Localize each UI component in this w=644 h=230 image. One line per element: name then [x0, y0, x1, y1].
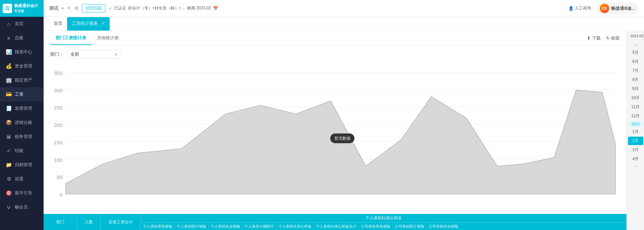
refresh-label: 刷新	[611, 35, 620, 41]
sidebar-item-label: 设置	[15, 176, 23, 182]
sidebar-item-funds[interactable]: 💰 资金管理	[0, 59, 44, 73]
refresh-button[interactable]: ↻ 刷新	[606, 35, 620, 41]
sidebar-item-newguide[interactable]: 🎯 新手引导	[0, 186, 44, 200]
th-sub-3: 个人承担大额医疗	[243, 223, 276, 230]
logo-text: 畅捷通好会计	[14, 3, 38, 9]
th-sub-5: 个人承担社保公积金合计	[314, 223, 359, 230]
user-menu[interactable]: CE 畅捷通B迪...	[596, 2, 639, 14]
sidebar-item-label: 新手引导	[15, 190, 32, 196]
subtab-dept-label: 部门工资统计表	[56, 35, 86, 40]
main-panel: 部门工资统计表 月份统计表 ⬇ 下载 ↻ 刷新	[44, 31, 627, 230]
year-2023-section: 1月 2月 3月 4月	[627, 128, 644, 163]
sidebar-item-salary[interactable]: 💳 工资	[0, 87, 44, 101]
table-footer: 部门 人数 应发工资合计 个人承担社保公积金 个人承担养老保险 个人承担医疗保险…	[44, 214, 627, 230]
sidebar-item-label: 报表中心	[15, 49, 32, 55]
home-icon: ⌂	[5, 21, 12, 27]
year-down-arrow[interactable]: ﹀	[627, 163, 644, 171]
subtab-monthly[interactable]: 月份统计表	[92, 32, 124, 45]
month-feb-2023[interactable]: 2月	[628, 137, 643, 145]
tab-home-label: 首页	[54, 21, 62, 26]
subtabs-bar: 部门工资统计表 月份统计表 ⬇ 下载 ↻ 刷新	[44, 31, 627, 46]
sidebar-item-label: 发票管理	[15, 105, 32, 111]
month-oct[interactable]: 10月	[628, 94, 643, 102]
th-sub-0: 个人承担养老保险	[141, 223, 175, 230]
month-nov[interactable]: 11月	[628, 103, 643, 111]
checkout-icon: ✓	[5, 148, 12, 154]
tab-home[interactable]: 首页	[49, 17, 67, 31]
sidebar-item-archive[interactable]: 📁 归档管理	[0, 158, 44, 172]
topbar-status-badge: ✓ 已认证 好会计（专）+好生意（标）+… 账期 2023-02 📅	[109, 5, 218, 11]
th-group-label: 个人承担社保公积金	[141, 214, 626, 223]
topbar-gear-icon[interactable]: ⚙	[74, 5, 78, 11]
sidebar-item-settings[interactable]: ⚙ 设置	[0, 172, 44, 186]
svg-text:50: 50	[57, 175, 63, 180]
th-dept: 部门	[44, 214, 77, 230]
sidebar-item-label: 首页	[15, 21, 23, 27]
tab-close-button[interactable]: ✕	[101, 21, 105, 26]
certified-label: 已认证	[114, 5, 126, 11]
sidebar-item-invoice[interactable]: 🧾 发票管理	[0, 101, 44, 116]
user-name: 畅捷通B迪...	[611, 5, 635, 11]
subtab-monthly-label: 月份统计表	[97, 35, 119, 40]
certified-icon: ✓	[109, 6, 112, 11]
year-up-arrow[interactable]: ︿	[627, 41, 644, 48]
current-year-label[interactable]: 2023.02	[628, 32, 643, 40]
tab-salary-report[interactable]: 工资统计报表 ✕	[67, 17, 110, 31]
sidebar-item-checkout[interactable]: ✓ 结账	[0, 144, 44, 158]
avatar: CE	[600, 4, 609, 13]
month-jan-2023[interactable]: 1月	[628, 128, 643, 136]
dept-filter-label: 部门：	[50, 51, 63, 57]
main-area: 测试 ▾ + ⚙ 切到旧版 ✓ 已认证 好会计（专）+好生意（标）+… 账期 2…	[44, 0, 644, 230]
sidebar-item-ledger[interactable]: ≡ 总账	[0, 31, 44, 45]
logo-icon: 云	[3, 4, 12, 13]
salary-chart: 350 300 250 200 150 100 50 0	[50, 66, 620, 214]
th-sub-7: 公司承担医疗保险	[393, 223, 427, 230]
dept-select[interactable]: 全部	[67, 50, 120, 59]
subtabs-right: ⬇ 下载 ↻ 刷新	[587, 35, 620, 41]
month-jul[interactable]: 7月	[628, 66, 643, 75]
ledger-icon: ≡	[5, 35, 12, 41]
sidebar-item-reports[interactable]: 📊 报表中心	[0, 45, 44, 59]
sidebar-item-home[interactable]: ⌂ 首页	[0, 17, 44, 31]
download-button[interactable]: ⬇ 下载	[587, 35, 601, 41]
sidebar-item-label: 资金管理	[15, 63, 32, 69]
sidebar-item-sales[interactable]: 📦 进销台账	[0, 116, 44, 130]
topbar-add-button[interactable]: +	[67, 5, 71, 12]
sidebar: 云 畅捷通好会计 专业版 ⌂ 首页 ≡ 总账 📊 报表中心 💰 资金管理 🏢 固…	[0, 0, 44, 230]
sidebar-item-label: 工资	[15, 91, 23, 97]
month-may[interactable]: 5月	[628, 48, 643, 57]
vip-icon: V	[5, 204, 12, 210]
sidebar-item-label: 结账	[15, 148, 23, 154]
month-aug[interactable]: 8月	[628, 76, 643, 84]
topbar: 测试 ▾ + ⚙ 切到旧版 ✓ 已认证 好会计（专）+好生意（标）+… 账期 2…	[44, 0, 644, 17]
sidebar-item-vip[interactable]: V 畅会员	[0, 200, 44, 214]
content-area: 部门工资统计表 月份统计表 ⬇ 下载 ↻ 刷新	[44, 31, 644, 230]
archive-icon: 📁	[5, 162, 12, 168]
svg-text:300: 300	[54, 88, 62, 93]
th-sub-4: 个人承担住房公积金	[276, 223, 314, 230]
refresh-icon: ↻	[606, 36, 610, 41]
year-2023-label[interactable]: 2023	[628, 121, 643, 127]
subtab-dept[interactable]: 部门工资统计表	[50, 32, 92, 45]
sidebar-item-tax[interactable]: 🏛 税务管理	[0, 130, 44, 144]
download-icon: ⬇	[587, 36, 591, 41]
reports-icon: 📊	[5, 49, 12, 55]
help-button[interactable]: 👤 人工咨询	[569, 5, 591, 11]
sidebar-item-label: 固定资产	[15, 77, 32, 83]
funds-icon: 💰	[5, 63, 12, 69]
month-mar-2023[interactable]: 3月	[628, 146, 643, 154]
month-jun[interactable]: 6月	[628, 57, 643, 66]
avatar-initials: CE	[602, 6, 607, 10]
svg-text:250: 250	[54, 105, 62, 110]
app-logo: 云 畅捷通好会计 专业版	[0, 0, 44, 17]
topbar-dropdown-arrow[interactable]: ▾	[62, 6, 64, 11]
product-label: 好会计（专）+好生意（标）+…	[128, 5, 185, 11]
sidebar-item-assets[interactable]: 🏢 固定资产	[0, 73, 44, 87]
year-2022-section: 5月 6月 7月 8月 9月 10月 11月 12月	[627, 48, 644, 120]
month-apr-2023[interactable]: 4月	[628, 155, 643, 163]
sidebar-item-label: 归档管理	[15, 162, 32, 168]
switch-version-button[interactable]: 切到旧版	[82, 4, 105, 12]
month-dec[interactable]: 12月	[628, 112, 643, 120]
month-sep[interactable]: 9月	[628, 85, 643, 93]
th-group-personal: 个人承担社保公积金 个人承担养老保险 个人承担医疗保险 个人承担失业保险 个人承…	[141, 214, 627, 230]
